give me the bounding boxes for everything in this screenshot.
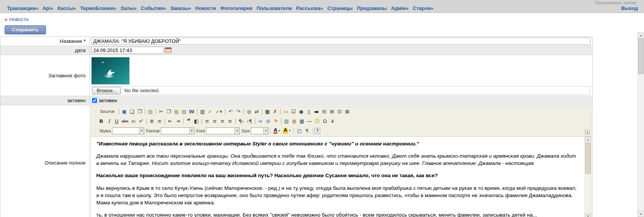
nav-zakazy[interactable]: Заказы» [170, 5, 191, 11]
about-icon[interactable]: ? [314, 128, 320, 134]
align-justify-icon[interactable]: ≡ [226, 117, 234, 125]
save-icon[interactable]: ▣ [120, 108, 128, 116]
align-right-icon[interactable]: ≡ [219, 117, 226, 125]
hidden-field-icon[interactable]: ⊠ [343, 108, 351, 116]
scroll-up-icon[interactable]: ▲ [585, 137, 591, 143]
styles-dropdown[interactable]: ▾ [112, 127, 144, 134]
numbered-list-icon[interactable]: ≣ [148, 117, 156, 125]
font-dropdown[interactable]: ▾ [206, 127, 240, 134]
browse-button[interactable]: Browse... [92, 87, 121, 94]
nav-termoblanki[interactable]: ТермоБланки» [80, 5, 116, 11]
bold-icon[interactable]: B [97, 117, 105, 125]
checkbox-icon[interactable]: ☑ [290, 108, 297, 116]
blockquote-icon[interactable]: “ [185, 117, 193, 125]
background-color-button[interactable]: A▾ [282, 127, 292, 135]
text-color-button[interactable]: A▾ [272, 127, 282, 135]
undo-icon[interactable]: ↶ [227, 108, 234, 116]
underline-icon[interactable]: U [113, 117, 120, 125]
breadcrumb-news-link[interactable]: Новости [9, 16, 28, 22]
table-icon[interactable]: ▦ [298, 117, 306, 125]
link-icon[interactable]: ∞ [257, 117, 264, 125]
find-icon[interactable]: ◎ [245, 108, 253, 116]
scroll-down-icon[interactable]: ▼ [585, 213, 591, 217]
photo-file-input[interactable]: Browse... No file selected. [91, 86, 590, 95]
editor-scrollbar[interactable]: ▲ ▼ [585, 137, 591, 217]
horizontal-rule-icon[interactable]: — [306, 117, 313, 125]
calendar-icon[interactable] [165, 47, 172, 54]
nav-admin[interactable]: Адмін» [391, 5, 408, 11]
print-icon[interactable]: ▥ [199, 108, 206, 116]
preview-icon[interactable]: ❐ [136, 108, 143, 116]
maximize-icon[interactable]: ◰ [295, 127, 303, 135]
paste-icon[interactable]: ▨ [173, 108, 180, 116]
strike-icon[interactable]: abc [120, 117, 130, 125]
nav-stranitsy[interactable]: Страницы [328, 5, 353, 11]
nav-zaly[interactable]: Залы» [120, 5, 137, 11]
textarea-icon[interactable]: ▬ [313, 108, 320, 116]
italic-icon[interactable]: I [105, 117, 113, 125]
size-dropdown[interactable]: ▾ [251, 127, 268, 134]
remove-format-icon[interactable]: ✗ [271, 108, 279, 116]
active-checkbox[interactable] [92, 98, 97, 103]
save-button[interactable]: Сохранить [5, 25, 46, 34]
bidi-rtl-icon[interactable]: ‹¶ [245, 117, 253, 125]
editor-content[interactable]: "Известная певица рассказала в эксклюзив… [91, 137, 591, 217]
align-center-icon[interactable]: ≡ [211, 117, 219, 125]
nav-kassy[interactable]: Кассы» [58, 5, 76, 11]
scroll-down-icon[interactable]: ▼ [638, 211, 644, 217]
nav-rassylka[interactable]: Рассылка» [296, 5, 323, 11]
form-row-date: дата [0, 46, 592, 55]
replace-icon[interactable]: ⇄ [253, 108, 260, 116]
paste-word-icon[interactable]: W [188, 108, 196, 116]
unlink-icon[interactable]: ⊘ [264, 117, 272, 125]
redo-icon[interactable]: ↷ [234, 108, 242, 116]
editor-scrollbar-thumb[interactable] [585, 143, 591, 174]
page-break-icon[interactable]: ↡ [329, 117, 336, 125]
copy-icon[interactable]: ❒ [165, 108, 173, 116]
select-all-icon[interactable]: ▦ [264, 108, 271, 116]
scroll-up-icon[interactable]: ▲ [638, 32, 644, 38]
new-page-icon[interactable]: ❏ [128, 108, 136, 116]
title-input[interactable] [91, 38, 591, 45]
date-input[interactable] [91, 47, 163, 54]
div-icon[interactable]: ◧ [193, 117, 200, 125]
special-char-icon[interactable]: Ω [321, 117, 329, 125]
toolbar-collapse-button[interactable]: ▴ [585, 130, 590, 135]
subscript-icon[interactable]: x₂ [130, 117, 137, 125]
nav-novosti[interactable]: Новости [195, 5, 216, 11]
flash-icon[interactable]: ◍ [290, 117, 298, 125]
image-button-icon[interactable]: ⊡ [336, 108, 343, 116]
outdent-icon[interactable]: ⇤ [166, 117, 174, 125]
image-icon[interactable]: ▨ [283, 117, 290, 125]
select-field-icon[interactable]: ⊟ [320, 108, 328, 116]
paste-text-icon[interactable]: ▧ [180, 108, 188, 116]
form-icon[interactable]: ▭ [282, 108, 290, 116]
nav-sobytiya[interactable]: События» [141, 5, 166, 11]
text-field-icon[interactable]: ▯ [305, 108, 313, 116]
source-button[interactable]: Source [97, 108, 117, 116]
templates-icon[interactable]: ▤ [147, 108, 154, 116]
cut-icon[interactable]: ✂ [157, 108, 165, 116]
scayt-icon[interactable]: ✓▾ [214, 108, 224, 116]
page-scrollbar-thumb[interactable] [638, 39, 644, 74]
align-left-icon[interactable]: ≡ [203, 117, 211, 125]
indent-icon[interactable]: ⇥ [174, 117, 182, 125]
nav-transactions[interactable]: Транзакции» [7, 5, 38, 11]
smiley-icon[interactable]: ☺ [313, 117, 321, 125]
button-icon[interactable]: ⊞ [328, 108, 336, 116]
show-blocks-icon[interactable]: ¶ [303, 127, 311, 135]
radio-icon[interactable]: ◉ [297, 108, 305, 116]
format-dropdown[interactable]: ▾ [161, 127, 194, 134]
bidi-ltr-icon[interactable]: ¶› [237, 117, 245, 125]
superscript-icon[interactable]: x² [137, 117, 145, 125]
spell-check-icon[interactable]: ✓ [206, 108, 214, 116]
nav-fotogalereya[interactable]: Фотогалерея [220, 5, 252, 11]
bulleted-list-icon[interactable]: ≡ [156, 117, 163, 125]
nav-staroe[interactable]: Старое» [413, 5, 433, 11]
page-scrollbar[interactable]: ▲ ▼ [637, 32, 644, 217]
nav-polzovateli[interactable]: Пользователи [257, 5, 292, 11]
logout-link[interactable]: Выход [621, 5, 638, 11]
anchor-icon[interactable]: ⚑ [272, 117, 280, 125]
nav-predzakazy[interactable]: Предзаказы [357, 5, 387, 11]
nav-api[interactable]: Api» [43, 5, 53, 11]
